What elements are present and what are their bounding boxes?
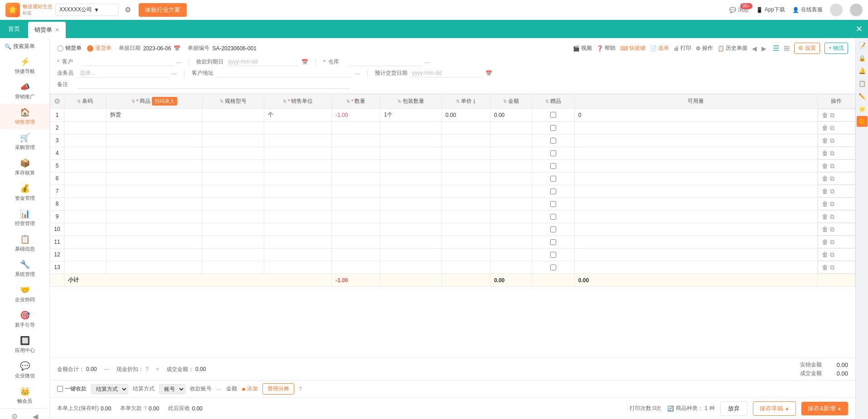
avatar-extra[interactable]: [850, 4, 863, 16]
cell-price-1[interactable]: 0.00: [441, 109, 490, 122]
list-view-icon[interactable]: ☰: [773, 44, 779, 53]
logistics-button[interactable]: + 物流: [824, 43, 848, 54]
copy-icon[interactable]: ⧉: [830, 187, 834, 195]
copy-icon[interactable]: ⧉: [830, 212, 834, 221]
help-action[interactable]: ❓ 帮助: [596, 44, 616, 52]
radio-sales-order[interactable]: 销货单: [57, 44, 82, 52]
radio-return-order[interactable]: 退货单: [87, 44, 112, 52]
pay-date-input[interactable]: [226, 58, 299, 66]
price-info-icon[interactable]: ℹ: [473, 98, 475, 105]
copy-icon[interactable]: ⧉: [830, 174, 834, 183]
copy-icon[interactable]: ⧉: [830, 200, 834, 208]
warehouse-select-icon[interactable]: ···: [424, 58, 430, 66]
cell-amount-1[interactable]: 0.00: [490, 109, 532, 122]
copy-icon[interactable]: ⧉: [830, 162, 834, 170]
cell-qty-1[interactable]: -1.00: [332, 109, 380, 122]
sidebar-settings-icon[interactable]: ⚙: [11, 412, 18, 419]
save-new-button[interactable]: 保存&新增 ▲: [801, 402, 848, 415]
delete-icon[interactable]: 🗑: [822, 174, 828, 183]
sidebar-item-marketing[interactable]: 📣 营销推广: [0, 78, 49, 104]
nav-left-icon[interactable]: ◀: [752, 45, 757, 52]
delete-icon[interactable]: 🗑: [822, 225, 828, 233]
customer-addr-input[interactable]: [216, 69, 352, 77]
sidebar-item-quick-nav[interactable]: ⚡ 快捷导航: [0, 53, 49, 78]
one-key-pay-check[interactable]: [57, 386, 63, 392]
debt-help-icon[interactable]: ?: [144, 405, 147, 412]
video-action[interactable]: 🎬 视频: [573, 44, 592, 52]
one-key-pay-checkbox[interactable]: 一键收款: [57, 385, 87, 393]
gift-checkbox[interactable]: [550, 188, 556, 194]
copy-icon-1[interactable]: ⧉: [830, 111, 834, 119]
history-action[interactable]: 📋 历史单据: [718, 44, 747, 52]
sort-qty[interactable]: ⇅: [346, 99, 350, 104]
gift-checkbox-1[interactable]: [550, 112, 556, 118]
sidebar-item-guide[interactable]: 🎯 新手引导: [0, 307, 49, 332]
select-action[interactable]: 📄 选单: [650, 44, 669, 52]
cell-spec-1[interactable]: [202, 109, 264, 122]
delete-icon[interactable]: 🗑: [822, 238, 828, 246]
gift-checkbox[interactable]: [550, 252, 556, 258]
sort-amount[interactable]: ⇅: [503, 99, 507, 104]
operate-action[interactable]: ⚙ 操作: [696, 44, 713, 52]
warehouse-input[interactable]: 建材仓: [349, 58, 422, 66]
copy-icon[interactable]: ⧉: [830, 136, 834, 144]
gift-checkbox[interactable]: [550, 125, 556, 131]
discount-help-icon[interactable]: ?: [145, 366, 149, 372]
pay-date-calendar-icon[interactable]: 📅: [301, 59, 308, 65]
gift-checkbox[interactable]: [550, 239, 556, 245]
print-action[interactable]: 🖨 打印: [674, 44, 691, 52]
discard-button[interactable]: 放弃: [720, 401, 747, 416]
scan-button[interactable]: 扫码录入: [152, 97, 177, 106]
delete-icon[interactable]: 🗑: [822, 187, 828, 195]
gift-checkbox[interactable]: [550, 214, 556, 220]
sidebar-item-basic[interactable]: 📋 基础信息: [0, 231, 49, 256]
delete-icon[interactable]: 🗑: [822, 149, 828, 157]
cell-barcode-1[interactable]: [64, 109, 107, 122]
sidebar-item-operation[interactable]: 📊 经营管理: [0, 205, 49, 231]
refresh-icon[interactable]: 🔄: [667, 405, 674, 412]
tab-sales-order[interactable]: 销货单 ✕: [28, 22, 66, 38]
nav-right-icon[interactable]: ▶: [761, 45, 766, 52]
cell-packqty-1[interactable]: 1个: [380, 109, 441, 122]
sidebar-item-appstore[interactable]: 🔲 应用中心: [0, 332, 49, 357]
sidebar-item-inventory[interactable]: 📦 库存核算: [0, 154, 49, 180]
rp-bell-icon[interactable]: 🔔: [857, 65, 868, 76]
sort-price[interactable]: ⇅: [456, 99, 460, 104]
expected-date-calendar-icon[interactable]: 📅: [485, 70, 492, 77]
remarks-input[interactable]: [78, 80, 350, 89]
settings-button[interactable]: ⚙ 设置: [794, 43, 820, 54]
th-settings[interactable]: ⚙: [50, 94, 64, 109]
customer-input[interactable]: [83, 58, 174, 66]
addr-select-icon[interactable]: ···: [355, 70, 360, 77]
copy-icon[interactable]: ⧉: [830, 124, 834, 132]
delete-icon[interactable]: 🗑: [822, 200, 828, 208]
copy-icon[interactable]: ⧉: [830, 263, 834, 271]
rp-edit-icon[interactable]: ✏️: [857, 91, 868, 101]
delete-icon[interactable]: 🗑: [822, 162, 828, 170]
sort-barcode[interactable]: ⇅: [77, 99, 81, 104]
gift-checkbox[interactable]: [550, 265, 556, 270]
sidebar-item-sales[interactable]: 🏠 销售管理: [0, 104, 49, 129]
shortcut-action[interactable]: ⌨ 快捷键: [620, 44, 645, 52]
avatar[interactable]: [830, 4, 843, 16]
draft-button[interactable]: 保存草稿 ▲: [753, 401, 796, 416]
gift-checkbox[interactable]: [550, 176, 556, 182]
delete-icon[interactable]: 🗑: [822, 263, 828, 271]
salesperson-input[interactable]: [78, 69, 169, 77]
delete-icon[interactable]: 🗑: [822, 250, 828, 259]
app-download-button[interactable]: 📱 App下载: [756, 6, 785, 14]
copy-icon[interactable]: ⧉: [830, 250, 834, 259]
cell-product-1[interactable]: 拆货: [106, 109, 202, 122]
delete-icon-1[interactable]: 🗑: [822, 111, 828, 119]
rp-notes-icon[interactable]: 📝: [857, 40, 868, 51]
copy-icon[interactable]: ⧉: [830, 238, 834, 246]
tab-close-all-icon[interactable]: ✕: [850, 24, 868, 34]
account-dots-icon[interactable]: ···: [216, 385, 222, 393]
settings-icon[interactable]: ⚙: [121, 4, 134, 16]
sidebar-item-finance[interactable]: 💰 资金管理: [0, 180, 49, 205]
sidebar-item-purchase[interactable]: 🛒 采购管理: [0, 129, 49, 154]
cell-unit-1[interactable]: 个: [264, 109, 332, 122]
rp-list-icon[interactable]: 📋: [857, 78, 868, 89]
delete-icon[interactable]: 🗑: [822, 124, 828, 132]
sidebar-item-wechat[interactable]: 💬 企业微信: [0, 357, 49, 383]
